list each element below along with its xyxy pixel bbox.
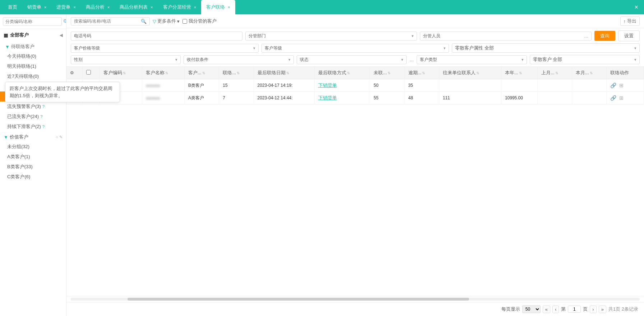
scroll-thumb[interactable] [128, 298, 469, 301]
th-last-method[interactable]: 最后联络方式⇅ [314, 67, 370, 79]
th-settings[interactable]: ⚙ [66, 67, 83, 79]
per-page-select[interactable]: 50 20 100 [522, 305, 541, 313]
sidebar-search-icon[interactable]: 🔍 [63, 19, 66, 24]
adv-filter-row-2: 客户价格等级 ▾ 客户等级 ▾ 零散客户属性 全部 ▾ [71, 43, 640, 53]
adv-filter-row-3: 性别 ▾ 收付款条件 ▾ 状态 ▾ ... 客户类型 ▾ 零散客户 全部 [71, 55, 640, 64]
phone-field[interactable]: 电话号码 [71, 32, 242, 41]
extra-dots[interactable]: ... [409, 57, 414, 62]
retail-customer-field[interactable]: 零散客户 全部 ▾ [530, 55, 640, 64]
sidebar-value-customer-group[interactable]: ▼ 价值客户 ○ ✎ [0, 132, 66, 142]
th-code[interactable]: 客户编码⇅ [100, 67, 142, 79]
window-close-button[interactable]: × [631, 4, 641, 11]
status-field[interactable]: 状态 ▾ [297, 55, 407, 64]
row1-name: ●●●●● [142, 79, 185, 92]
sidebar-keep-down[interactable]: 持续下滑客户(2) ? [0, 122, 66, 132]
sort-icon-type: ⇅ [202, 71, 205, 75]
my-customers-checkbox[interactable] [182, 19, 187, 24]
value-customer-edit[interactable]: ○ ✎ [56, 135, 62, 140]
sidebar-collapse-btn[interactable]: ◀ [60, 33, 62, 38]
sidebar-a-class[interactable]: A类客户(1) [0, 152, 66, 162]
search-submit-icon[interactable]: 🔍 [141, 19, 147, 24]
nav-customer-contact[interactable]: 客户联络 × [201, 0, 235, 14]
next-page-button[interactable]: › [590, 306, 596, 313]
already-lost-info-icon[interactable]: ? [40, 114, 42, 119]
search-input-wrap: 🔍 [71, 17, 150, 25]
th-year-amount[interactable]: 本年...⇅ [501, 67, 537, 79]
customer-type-field[interactable]: 客户类型 ▾ [417, 55, 527, 64]
row1-contacts [439, 79, 501, 92]
page-input[interactable] [568, 306, 581, 313]
th-contacts[interactable]: 往来单位联系人⇅ [439, 67, 501, 79]
row1-last-method[interactable]: 下销货单 [314, 79, 370, 92]
row1-grid-icon[interactable]: ⊞ [619, 82, 624, 88]
lost-warn-info-icon[interactable]: ? [42, 104, 45, 109]
sidebar-ungrouped[interactable]: 未分组(32) [0, 142, 66, 152]
total-records-label: 共1页 2条记录 [608, 306, 638, 312]
nav-sales-close[interactable]: × [44, 0, 46, 14]
nav-product-analysis-list-close[interactable]: × [150, 0, 153, 14]
nav-product-analysis-list[interactable]: 商品分析列表 × [115, 0, 158, 14]
scroll-track[interactable] [71, 298, 640, 301]
row2-last-method[interactable]: 下销货单 [314, 92, 370, 104]
sidebar-b-class[interactable]: B类客户(33) [0, 162, 66, 172]
sidebar-7days-pending[interactable]: 近7天待联络(0) [0, 71, 66, 81]
th-this-month[interactable]: 本月...⇅ [572, 67, 607, 79]
sidebar-search-input[interactable] [3, 17, 62, 26]
sidebar-tomorrow-pending[interactable]: 明天待联络(1) [0, 61, 66, 71]
manager-dots[interactable]: ... [584, 33, 588, 39]
sidebar-pending-group[interactable]: ▼ 待联络客户 [0, 41, 66, 51]
table-header: ⚙ 客户编码⇅ 客户名称⇅ 客户...⇅ 联络...⇅ [66, 67, 644, 79]
sidebar-today-pending[interactable]: 今天待联络(0) [0, 51, 66, 61]
nav-customer-contact-close[interactable]: × [228, 0, 230, 14]
first-page-button[interactable]: « [543, 306, 550, 313]
th-checkbox[interactable] [83, 67, 100, 79]
retail-attr-field[interactable]: 零散客户属性 全部 ▾ [452, 43, 640, 53]
nav-purchase-close[interactable]: × [73, 0, 75, 14]
row1-action-icons: 🔗 ⊞ [610, 82, 640, 88]
th-overdue[interactable]: 逾期...⇅ [404, 67, 439, 79]
th-last-date[interactable]: 最后联络日期⇅ [254, 67, 314, 79]
manager-field[interactable]: 分管人员 ... [420, 32, 592, 41]
last-page-button[interactable]: » [599, 306, 606, 313]
nav-product-analysis-close[interactable]: × [107, 0, 110, 14]
page-label: 第 [561, 306, 566, 312]
top-nav: 首页 销货单 × 进货单 × 商品分析 × 商品分析列表 × 客户分层经营 × … [0, 0, 644, 14]
row2-this-month [572, 92, 607, 104]
dept-field[interactable]: 分管部门 ▾ [245, 32, 417, 41]
retail-customer-arrow: ▾ [634, 57, 636, 62]
row2-link-icon[interactable]: 🔗 [610, 95, 616, 101]
customer-level-field[interactable]: 客户等级 ▾ [261, 44, 449, 53]
th-customer-type[interactable]: 客户...⇅ [185, 67, 219, 79]
search-input[interactable] [74, 19, 141, 24]
nav-customer-segment-close[interactable]: × [194, 0, 196, 14]
sidebar-already-lost[interactable]: 已流失客户(24) ? [0, 112, 66, 122]
th-name[interactable]: 客户名称⇅ [142, 67, 185, 79]
select-all-checkbox[interactable] [86, 70, 91, 75]
th-contact-count[interactable]: 联络...⇅ [219, 67, 254, 79]
row2-last-date: 2023-04-12 14:44: [254, 92, 314, 104]
sort-icon-method: ⇅ [347, 71, 350, 75]
nav-home[interactable]: 首页 [3, 0, 22, 14]
setting-button[interactable]: 设置 [618, 30, 640, 41]
keep-down-info-icon[interactable]: ? [42, 124, 45, 129]
nav-purchase[interactable]: 进货单 × [51, 0, 80, 14]
table-row: 2 000031 ●●●●● A类客户 7 2023-04-12 14:44: … [66, 92, 644, 104]
th-last-month[interactable]: 上月...⇅ [537, 67, 572, 79]
nav-customer-segment[interactable]: 客户分层经营 × [158, 0, 201, 14]
nav-sales[interactable]: 销货单 × [22, 0, 51, 14]
row2-grid-icon[interactable]: ⊞ [619, 95, 624, 101]
gender-field[interactable]: 性别 ▾ [71, 55, 181, 64]
sidebar-c-class[interactable]: C类客户(6) [0, 172, 66, 182]
row2-last-month [537, 92, 572, 104]
payment-field[interactable]: 收付款条件 ▾ [184, 55, 293, 64]
row1-link-icon[interactable]: 🔗 [610, 82, 616, 88]
nav-product-analysis[interactable]: 商品分析 × [81, 0, 115, 14]
more-conditions-button[interactable]: ▽ 更多条件 ▾ [153, 18, 180, 24]
query-button[interactable]: 查询 [594, 31, 615, 41]
sidebar-all-customers[interactable]: ▦ 全部客户 ◀ [0, 29, 66, 41]
sidebar-lost-warn[interactable]: 流失预警客户(3) ? [0, 102, 66, 112]
prev-page-button[interactable]: ‹ [552, 306, 559, 313]
price-level-field[interactable]: 客户价格等级 ▾ [71, 44, 259, 53]
export-button[interactable]: ↑ 导出 [620, 16, 640, 26]
th-not-contacted[interactable]: 未联...⇅ [370, 67, 404, 79]
